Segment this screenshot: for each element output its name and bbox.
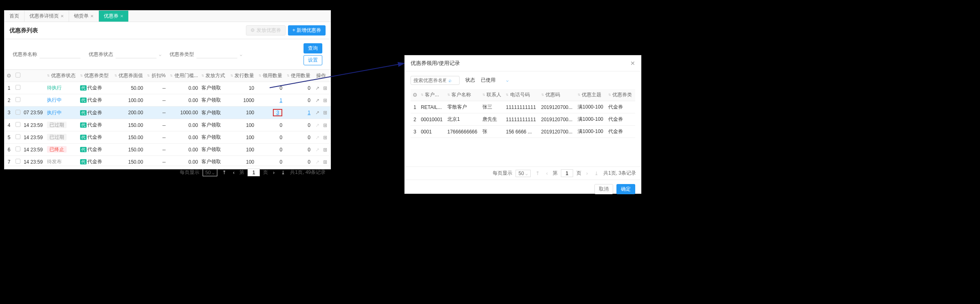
col-phone[interactable]: 电话号码 — [510, 92, 530, 98]
col-cust-name[interactable]: 客户名称 — [451, 92, 471, 98]
filter-type-label: 优惠券类型 — [170, 51, 194, 58]
col-method[interactable]: 发放方式 — [205, 73, 225, 78]
share-icon[interactable]: ↗ — [315, 110, 319, 115]
col-issue[interactable]: 发行数量 — [234, 73, 254, 78]
share-icon[interactable]: ↗ — [315, 98, 319, 103]
per-page-select[interactable]: 50 ⌵ — [203, 169, 218, 176]
table-row[interactable]: 1 RETAIL... 零散客户 张三 11111111111 20191207… — [411, 101, 635, 113]
col-subject[interactable]: 优惠主题 — [582, 92, 601, 98]
col-status[interactable]: 优惠券状态 — [51, 73, 76, 78]
confirm-button[interactable]: 确定 — [616, 184, 635, 194]
share-icon[interactable]: ↗ — [315, 122, 319, 128]
receive-count-highlighted[interactable]: 3 — [273, 109, 282, 116]
tab-销货单[interactable]: 销货单✕ — [69, 11, 99, 22]
table-row[interactable]: 3 0001 17666666666 张 156 6666 ... 201912… — [411, 126, 635, 138]
select-all-checkbox[interactable] — [16, 73, 20, 78]
col-contact[interactable]: 联系人 — [487, 92, 501, 98]
close-icon[interactable]: ✕ — [120, 14, 123, 18]
settings-button[interactable]: 设置 — [304, 55, 322, 65]
search-box[interactable]: ⌕ — [411, 76, 460, 85]
table-row[interactable]: 7 14 23:59 待发布 代代金券 150.00 -- 0.00 客户领取 … — [4, 156, 330, 166]
status-badge: 待执行 — [47, 85, 62, 91]
share-icon[interactable]: ↗ — [315, 147, 319, 153]
per-page-label: 每页显示 — [180, 169, 199, 176]
qr-icon[interactable]: ⊞ — [323, 159, 327, 165]
close-icon[interactable]: ✕ — [630, 60, 635, 67]
chevron-down-icon: ⌵ — [212, 171, 214, 175]
col-receive[interactable]: 领用数量 — [263, 73, 282, 78]
row-checkbox[interactable] — [16, 97, 20, 102]
col-discount[interactable]: 折扣% — [152, 73, 166, 78]
gear-icon[interactable]: ⚙ — [7, 73, 11, 79]
row-checkbox[interactable] — [16, 85, 20, 90]
first-page-button[interactable]: ⤒ — [534, 171, 541, 176]
prev-page-button[interactable]: ‹ — [231, 170, 236, 175]
table-row[interactable]: 2 执行中 代代金券 100.00 -- 0.00 客户领取 1000 1 0 … — [4, 94, 330, 107]
next-page-button[interactable]: › — [271, 170, 276, 175]
filter-type-select[interactable] — [196, 51, 237, 58]
qr-icon[interactable]: ⊞ — [323, 135, 327, 140]
add-coupon-button[interactable]: + 新增优惠券 — [288, 25, 326, 36]
distribute-coupon-button[interactable]: ⚙ 发放优惠券 — [246, 25, 285, 36]
col-code[interactable]: 优惠码 — [545, 92, 560, 98]
prev-page-button[interactable]: ‹ — [545, 171, 549, 176]
header-actions: ⚙ 发放优惠券 + 新增优惠券 — [246, 25, 326, 36]
tab-优惠券详情页[interactable]: 优惠券详情页✕ — [25, 11, 69, 22]
qr-icon[interactable]: ⊞ — [323, 122, 327, 128]
qr-icon[interactable]: ⊞ — [323, 110, 327, 115]
row-checkbox[interactable] — [16, 110, 20, 115]
status-badge: 待发布 — [47, 159, 62, 164]
filter-status-select[interactable] — [116, 51, 156, 58]
modal-per-page-select[interactable]: 50 ⌵ — [516, 170, 531, 177]
filter-name-input[interactable] — [40, 50, 80, 58]
tab-优惠券[interactable]: 优惠券✕ — [99, 11, 129, 22]
col-action: 操作 — [316, 73, 326, 78]
modal-page-input[interactable] — [561, 169, 573, 177]
row-checkbox[interactable] — [16, 146, 20, 151]
query-button[interactable]: 查询 — [304, 43, 322, 53]
main-panel: 首页优惠券详情页✕销货单✕优惠券✕ 优惠券列表 ⚙ 发放优惠券 + 新增优惠券 … — [4, 10, 331, 169]
voucher-icon: 代 — [80, 110, 87, 115]
receive-count-link[interactable]: 1 — [279, 98, 282, 103]
use-count-link[interactable]: 1 — [308, 110, 310, 115]
share-icon[interactable]: ↗ — [315, 135, 319, 140]
qr-icon[interactable]: ⊞ — [323, 85, 327, 91]
last-page-button[interactable]: ⤓ — [593, 171, 600, 176]
col-type[interactable]: 优惠券类 — [612, 92, 632, 98]
table-row[interactable]: 2 00010001 北京1 唐先生 11111111111 201912070… — [411, 113, 635, 126]
qr-icon[interactable]: ⊞ — [323, 147, 327, 153]
row-checkbox[interactable] — [16, 122, 20, 127]
table-row[interactable]: 3 07 23:59 执行中 代代金券 200.00 -- 1000.00 客户… — [4, 107, 330, 119]
coupon-table: ⚙ ⇅ 优惠券状态 ⇅ 优惠券类型 ⇅ 优惠券面值 ⇅ 折扣% ⇅ 使用门槛..… — [4, 70, 330, 166]
tab-首页[interactable]: 首页 — [4, 11, 25, 22]
table-row[interactable]: 5 14 23:59 已过期 代代金券 150.00 -- 0.00 客户领取 … — [4, 131, 330, 144]
qr-icon[interactable]: ⊞ — [323, 98, 327, 103]
status-badge: 已过期 — [47, 122, 67, 128]
search-icon[interactable]: ⌕ — [449, 78, 451, 83]
col-cust-no[interactable]: 客户... — [425, 92, 439, 98]
last-page-button[interactable]: ⤓ — [279, 170, 287, 175]
table-row[interactable]: 6 14 23:59 已终止 代代金券 150.00 -- 0.00 客户领取 … — [4, 144, 330, 156]
close-icon[interactable]: ✕ — [60, 14, 64, 18]
search-input[interactable] — [413, 78, 446, 83]
status-select[interactable]: 已使用 — [478, 75, 504, 85]
col-use[interactable]: 使用数量 — [291, 73, 310, 78]
close-icon[interactable]: ✕ — [90, 14, 94, 18]
col-threshold[interactable]: 使用门槛... — [174, 73, 198, 78]
next-page-button[interactable]: › — [585, 171, 589, 176]
row-checkbox[interactable] — [16, 134, 20, 139]
gear-icon[interactable]: ⚙ — [413, 92, 417, 98]
row-checkbox[interactable] — [16, 159, 20, 164]
col-face[interactable]: 优惠券面值 — [118, 73, 143, 78]
page-input[interactable] — [248, 169, 260, 176]
col-type[interactable]: 优惠券类型 — [84, 73, 109, 78]
cancel-button[interactable]: 取消 — [594, 184, 613, 194]
table-row[interactable]: 4 14 23:59 已过期 代代金券 150.00 -- 0.00 客户领取 … — [4, 119, 330, 131]
tab-bar: 首页优惠券详情页✕销货单✕优惠券✕ — [4, 11, 330, 22]
first-page-button[interactable]: ⤒ — [221, 170, 228, 175]
voucher-icon: 代 — [80, 85, 87, 91]
share-icon[interactable]: ↗ — [315, 85, 319, 91]
voucher-icon: 代 — [80, 147, 87, 152]
share-icon[interactable]: ↗ — [315, 159, 319, 165]
table-row[interactable]: 1 待执行 代代金券 50.00 -- 0.00 客户领取 10 0 0 ↗ ⊞ — [4, 82, 330, 94]
